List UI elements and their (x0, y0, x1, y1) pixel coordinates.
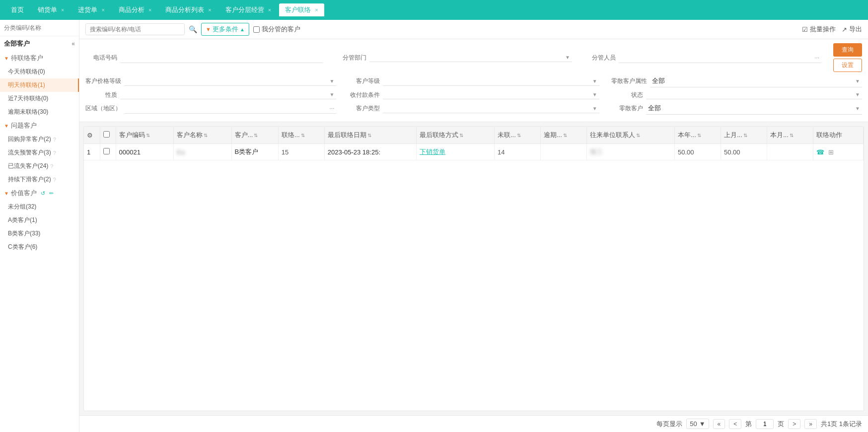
page-input[interactable] (756, 419, 774, 429)
filter-select-nature[interactable]: ▼ (120, 90, 336, 99)
sidebar-item-a-class[interactable]: A类客户(1) (0, 214, 79, 227)
more-conditions-btn[interactable]: ▼ 更多条件 ▲ (201, 23, 249, 36)
nav-item-analysis[interactable]: 商品分析 × (113, 3, 157, 16)
chevron-down-payment-icon: ▼ (592, 92, 597, 97)
table-header-row: ⚙ 客户编码⇅ 客户名称⇅ 客户...⇅ (84, 127, 864, 144)
nav-home[interactable]: 首页 (5, 3, 30, 16)
per-page-select[interactable]: 50 ▼ (686, 419, 709, 429)
close-analysis-list-icon[interactable]: × (208, 7, 211, 13)
nav-item-customer-contact[interactable]: 客户联络 × (279, 3, 324, 16)
col-unit-contact[interactable]: 往来单位联系人⇅ (586, 127, 674, 144)
export-btn[interactable]: ↗ 导出 (842, 25, 862, 34)
table-select-all-checkbox[interactable] (103, 131, 110, 138)
triangle-icon: ▼ (4, 56, 9, 61)
action-icons-container: ☎ ⊞ (816, 148, 860, 156)
sidebar-item-churn-warning[interactable]: 流失预警客户(3) ? (0, 146, 79, 159)
filter-select-retail-customer[interactable]: 全部 ▼ (646, 102, 862, 115)
col-gear[interactable]: ⚙ (84, 127, 100, 144)
row-checkbox[interactable] (103, 148, 110, 154)
filter-select-region[interactable]: ··· (124, 103, 336, 114)
nav-item-purchase[interactable]: 进货单 × (72, 3, 110, 16)
group-value-customers: ▼ 价值客户 ↺ ✏ (0, 186, 79, 200)
col-contact-count[interactable]: 联络...⇅ (278, 127, 324, 144)
batch-op-label: 批量操作 (810, 25, 836, 34)
total-info: 共1页 1条记录 (821, 420, 862, 429)
sidebar-item-churned[interactable]: 已流失客户(24) ? (0, 159, 79, 173)
filter-actions: 查询 设置 (827, 43, 862, 72)
all-customers-header[interactable]: 全部客户 « (0, 36, 79, 51)
filter-select-customer-level[interactable]: ▼ (383, 77, 599, 86)
sort-type-icon: ⇅ (254, 133, 258, 138)
customer-table: ⚙ 客户编码⇅ 客户名称⇅ 客户...⇅ (84, 127, 864, 160)
close-customer-contact-icon[interactable]: × (315, 7, 318, 13)
sort-date-icon: ⇅ (367, 133, 371, 138)
prev-page-btn[interactable]: < (729, 419, 741, 429)
filter-input-phone[interactable] (120, 53, 323, 63)
batch-operation-btn[interactable]: ☑ 批量操作 (802, 25, 836, 34)
cell-checkbox[interactable] (100, 144, 116, 160)
last-page-btn[interactable]: » (804, 419, 817, 429)
query-button[interactable]: 查询 (833, 43, 862, 57)
filter-search-input[interactable] (85, 23, 185, 35)
chevron-up-icon: ▲ (240, 27, 245, 32)
first-page-btn[interactable]: « (713, 419, 725, 429)
col-last-month[interactable]: 上月...⇅ (721, 127, 767, 144)
my-customers-checkbox-area[interactable]: 我分管的客户 (253, 25, 300, 34)
col-last-method[interactable]: 最后联络方式⇅ (417, 127, 495, 144)
col-checkbox[interactable] (100, 127, 116, 144)
cell-code: 000021 (116, 144, 174, 160)
table-gear-icon[interactable]: ⚙ (87, 132, 93, 139)
cell-last-method[interactable]: 下销货单 (417, 144, 495, 160)
filter-search-icon[interactable]: 🔍 (189, 25, 197, 33)
filter-cell-status: 状态 ▼ (611, 90, 862, 99)
last-method-link[interactable]: 下销货单 (420, 148, 445, 155)
close-purchase-icon[interactable]: × (101, 7, 104, 13)
sidebar-item-overdue-contact[interactable]: 逾期未联络(30) (0, 105, 79, 119)
col-code[interactable]: 客户编码⇅ (116, 127, 174, 144)
filter-select-person[interactable]: ··· (619, 53, 821, 63)
sidebar-item-tomorrow-contact[interactable]: 明天待联络(1) (0, 78, 79, 92)
sidebar-item-c-class[interactable]: C类客户(6) (0, 240, 79, 254)
filter-select-customer-type[interactable]: ▼ (383, 104, 599, 113)
my-customers-checkbox[interactable] (253, 26, 260, 33)
nav-item-sales[interactable]: 销货单 × (32, 3, 70, 16)
sidebar-item-ungrouped[interactable]: 未分组(32) (0, 200, 79, 214)
col-last-date[interactable]: 最后联络日期⇅ (324, 127, 416, 144)
col-overdue[interactable]: 逾期...⇅ (540, 127, 586, 144)
value-customer-refresh-icon[interactable]: ↺ (41, 190, 45, 197)
filter-select-payment[interactable]: ▼ (383, 90, 599, 99)
filter-select-price-level[interactable]: ▼ (124, 77, 336, 86)
sidebar-item-7day-contact[interactable]: 近7天待联络(0) (0, 92, 79, 105)
value-customer-edit-icon[interactable]: ✏ (49, 190, 54, 197)
sort-contact-icon: ⇅ (301, 133, 305, 138)
cell-name[interactable]: Ea (174, 144, 232, 160)
filter-select-dept[interactable]: ▼ (369, 53, 572, 62)
filter-select-status[interactable]: ▼ (646, 90, 862, 99)
col-type[interactable]: 客户...⇅ (231, 127, 278, 144)
sidebar-item-b-class[interactable]: B类客户(33) (0, 227, 79, 240)
chevron-down-dept-icon: ▼ (565, 55, 570, 60)
col-unlinked[interactable]: 未联...⇅ (494, 127, 540, 144)
col-this-year[interactable]: 本年...⇅ (675, 127, 721, 144)
sidebar-item-declining[interactable]: 持续下滑客户(2) ? (0, 173, 79, 186)
filter-cell-region: 区域（地区） ··· (85, 103, 336, 114)
filter-icon: ▼ (206, 26, 211, 32)
sidebar-search-input[interactable] (4, 24, 78, 31)
main-layout: 🔍 全部客户 « ▼ 待联络客户 今天待联络(0) 明天待联络(1) 近7天待联… (0, 20, 868, 432)
next-page-btn[interactable]: > (788, 419, 800, 429)
action-phone-icon[interactable]: ☎ (816, 148, 824, 156)
close-customer-tier-icon[interactable]: × (268, 7, 271, 13)
sidebar-item-today-contact[interactable]: 今天待联络(0) (0, 65, 79, 78)
filter-select-retail-attr[interactable]: 全部 ▼ (650, 75, 862, 87)
export-icon: ↗ (842, 26, 847, 33)
close-sales-icon[interactable]: × (61, 7, 64, 13)
col-this-month[interactable]: 本月...⇅ (767, 127, 813, 144)
sidebar-search-area: 🔍 (0, 20, 79, 36)
col-name[interactable]: 客户名称⇅ (174, 127, 232, 144)
nav-item-analysis-list[interactable]: 商品分析列表 × (159, 3, 217, 16)
close-analysis-icon[interactable]: × (148, 7, 151, 13)
action-grid-icon[interactable]: ⊞ (828, 148, 834, 156)
nav-item-customer-tier[interactable]: 客户分层经营 × (219, 3, 277, 16)
sidebar-item-abnormal-repurchase[interactable]: 回购异常客户(2) ? (0, 133, 79, 146)
settings-button[interactable]: 设置 (833, 59, 862, 72)
